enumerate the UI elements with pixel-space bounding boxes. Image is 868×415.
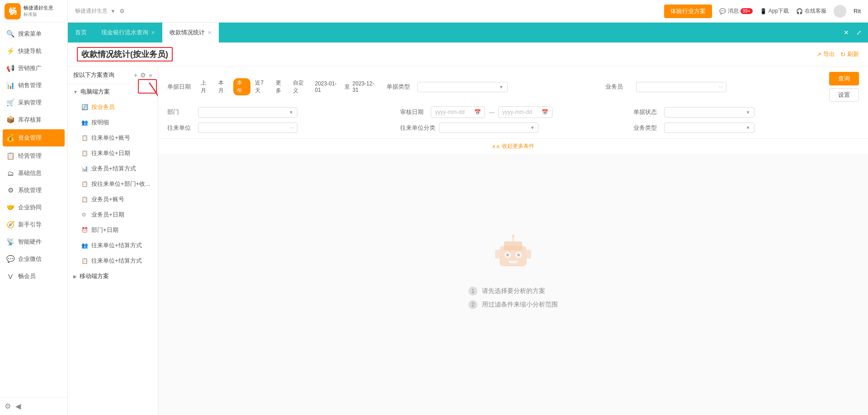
message-action[interactable]: 💬 消息 99+ (719, 7, 753, 15)
partner-type-arrow-icon: ▼ (530, 125, 534, 130)
sidebar-item-guide[interactable]: 🧭 新手引导 (0, 216, 67, 233)
header-settings-icon[interactable]: ⚙ (119, 8, 125, 14)
app-tag: 标准版 (24, 11, 53, 18)
doc-status-select[interactable]: ▼ (664, 107, 755, 118)
date-tab-last-month[interactable]: 上月 (198, 78, 214, 95)
partner-type-label: 往来单位分类 (400, 124, 435, 132)
empty-tip-2: 2 用过滤条件来缩小分析范围 (468, 300, 558, 309)
breadcrumb-dropdown-icon[interactable]: ▼ (110, 8, 116, 14)
fullscreen-button[interactable]: ⤢ (854, 27, 863, 38)
phone-icon: 📱 (760, 8, 767, 14)
sidebar-item-purchase[interactable]: 🛒 采购管理 (0, 94, 67, 111)
salesman-label: 业务员 (605, 83, 632, 91)
query-form: 单据日期 上月 本月 本年 近7天 更多 自定义 2023-01-01 至 (158, 66, 868, 139)
audit-date-to[interactable]: yyyy-mm-dd 📅 (498, 106, 552, 118)
scheme-item-6[interactable]: 📋 业务员+账号 (68, 192, 158, 207)
page-title-bar: 收款情况统计(按业务员) ↗ 导出 ↻ 刷新 (68, 42, 868, 66)
export-button[interactable]: ↗ 导出 (816, 50, 835, 58)
sidebar-item-finance[interactable]: 💰 资金管理 (3, 129, 65, 146)
sidebar-item-search[interactable]: 🔍 搜索菜单 (0, 25, 67, 42)
sidebar-item-marketing[interactable]: 📢 营销推广 (0, 60, 67, 77)
calendar-icon-2: 📅 (542, 109, 548, 115)
user-name: Rit (854, 8, 861, 14)
scheme-item-1[interactable]: 👥 按明细 (68, 115, 158, 130)
biz-type-select[interactable]: ▼ (664, 123, 755, 133)
collapse-sidebar-icon[interactable]: ◀ (15, 402, 21, 410)
tip-num-1: 1 (468, 287, 477, 296)
collapse-panel-icon[interactable]: « (149, 71, 152, 79)
sidebar-item-inventory[interactable]: 📦 库存核算 (0, 111, 67, 128)
app-logo-icon: 畅 (5, 3, 21, 19)
export-icon: ↗ (816, 51, 821, 58)
close-all-tabs-button[interactable]: ✕ (842, 27, 851, 38)
date-tab-custom[interactable]: 自定义 (290, 78, 311, 95)
sidebar-item-sales[interactable]: 📊 销售管理 (0, 77, 67, 94)
tab-collection-stat[interactable]: 收款情况统计 ✕ (162, 23, 219, 42)
scheme-item-2[interactable]: 📋 往来单位+账号 (68, 130, 158, 146)
scheme-settings-icon[interactable]: ⚙ (140, 71, 146, 79)
partner-type-select[interactable]: ▼ (439, 123, 538, 133)
desktop-group-header[interactable]: ▼ 电脑端方案 (68, 84, 158, 99)
empty-tips: 1 请先选择要分析的方案 2 用过滤条件来缩小分析范围 (468, 287, 558, 309)
settings-button[interactable]: 设置 (829, 88, 859, 102)
date-tab-7days[interactable]: 近7天 (252, 78, 271, 95)
mobile-group-header[interactable]: ▶ 移动端方案 (68, 269, 158, 284)
scheme-item-10-icon: 📋 (81, 258, 89, 264)
doc-status-field: 单据状态 ▼ (633, 107, 859, 118)
dept-select[interactable]: ▼ (198, 107, 297, 118)
scheme-item-10[interactable]: 📋 往来单位+结算方式 (68, 253, 158, 269)
online-service-action[interactable]: 🎧 在线客服 (796, 7, 826, 15)
empty-robot-icon (491, 232, 536, 278)
scheme-item-7[interactable]: ⚙ 业务员+日期 (68, 207, 158, 222)
tab-home[interactable]: 首页 (68, 23, 94, 42)
trial-button[interactable]: 体验行业方案 (664, 5, 712, 18)
sidebar-item-wechat[interactable]: 💬 企业微信 (0, 250, 67, 268)
system-icon: ⚙ (6, 186, 14, 194)
audit-date-label: 审核日期 (400, 108, 427, 116)
message-icon: 💬 (719, 8, 726, 14)
breadcrumb-text: 畅捷通好生意 (75, 7, 108, 15)
salesman-select[interactable]: ··· (636, 82, 726, 92)
app-download-action[interactable]: 📱 App下载 (760, 7, 789, 15)
date-tab-more[interactable]: 更多 (273, 78, 289, 95)
sidebar-item-smart[interactable]: 📡 智能硬件 (0, 233, 67, 250)
top-header: 畅捷通好生意 ▼ ⚙ 体验行业方案 💬 消息 99+ 📱 App下载 🎧 在线客… (68, 0, 868, 23)
scheme-item-4[interactable]: 📊 业务员+结算方式 (68, 161, 158, 176)
filter-panel-title: 按以下方案查询 (73, 71, 114, 79)
audit-date-sep: — (489, 109, 495, 116)
refresh-icon: ↻ (840, 51, 845, 58)
filter-panel: 按以下方案查询 + ⚙ « ▼ 电脑端方案 🔄 按业务员 (68, 66, 158, 415)
close-collection-stat-tab-icon[interactable]: ✕ (208, 30, 212, 36)
sidebar-item-system[interactable]: ⚙ 系统管理 (0, 182, 67, 199)
scheme-item-5[interactable]: 📋 按往来单位+部门+收... (68, 176, 158, 192)
collapse-more-bar[interactable]: ∧∧ 收起更多条件 (158, 139, 868, 154)
scheme-item-8[interactable]: ⏰ 部门+日期 (68, 222, 158, 238)
biz-type-field: 业务类型 ▼ (633, 123, 859, 133)
partner-select[interactable]: ··· (198, 123, 297, 133)
sidebar-item-vip[interactable]: V 畅会员 (0, 268, 67, 285)
date-tabs: 上月 本月 本年 近7天 更多 自定义 (198, 78, 311, 95)
tab-bank-flow[interactable]: 现金银行流水查询 ✕ (94, 23, 162, 42)
sidebar-item-quick-nav[interactable]: ⚡ 快捷导航 (0, 42, 67, 60)
date-tab-this-month[interactable]: 本月 (216, 78, 231, 95)
sidebar-item-basic[interactable]: 🗂 基础信息 (0, 165, 67, 182)
query-button[interactable]: 查询 (829, 72, 859, 85)
add-scheme-icon[interactable]: + (134, 71, 137, 79)
sidebar-item-operations[interactable]: 📋 经营管理 (0, 147, 67, 165)
date-range: 2023-01-01 至 2023-12-31 (315, 80, 379, 93)
form-row-2: 部门 ▼ 审核日期 yyyy-mm-dd 📅 — (167, 106, 859, 118)
scheme-item-0[interactable]: 🔄 按业务员 (68, 99, 158, 115)
close-bank-flow-tab-icon[interactable]: ✕ (151, 30, 155, 36)
scheme-item-9[interactable]: 👥 往来单位+结算方式 (68, 238, 158, 253)
scheme-item-3[interactable]: 📋 往来单位+日期 (68, 146, 158, 161)
settings-bottom-icon[interactable]: ⚙ (5, 402, 11, 410)
user-avatar[interactable] (834, 5, 846, 18)
doc-type-select[interactable]: ▼ (417, 82, 508, 92)
audit-date-from[interactable]: yyyy-mm-dd 📅 (431, 106, 485, 118)
breadcrumb: 畅捷通好生意 ▼ (75, 7, 116, 15)
sidebar-item-enterprise[interactable]: 🤝 企业协同 (0, 199, 67, 216)
date-tab-this-year[interactable]: 本年 (233, 78, 251, 95)
main-content: 畅捷通好生意 ▼ ⚙ 体验行业方案 💬 消息 99+ 📱 App下载 🎧 在线客… (68, 0, 868, 415)
refresh-button[interactable]: ↻ 刷新 (840, 50, 859, 58)
calendar-icon: 📅 (474, 109, 481, 115)
